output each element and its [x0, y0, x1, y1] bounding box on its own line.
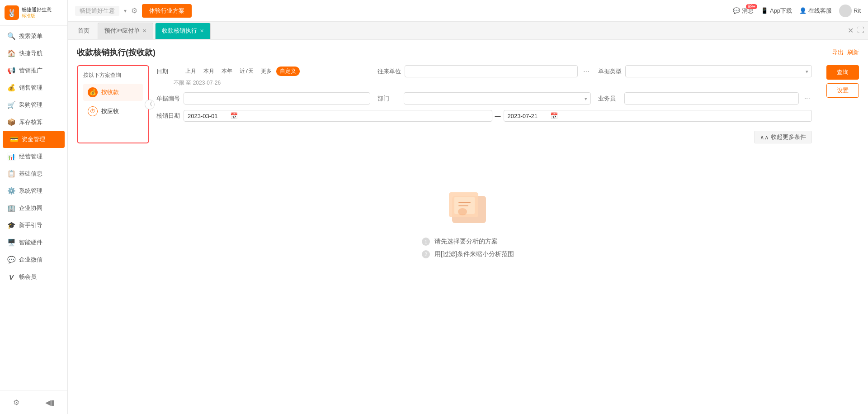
- sidebar-nav: 🔍 搜索菜单 🏠 快捷导航 📢 营销推广 💰 销售管理 🛒 采购管理 📦 库存核…: [0, 26, 67, 390]
- sidebar-item-wechat[interactable]: 💬 企业微信: [0, 251, 67, 268]
- export-btn[interactable]: 导出: [832, 48, 844, 57]
- receivable-filter-icon: ⏱: [88, 106, 98, 116]
- page-container: 收款核销执行(按收款) 导出 刷新 按以下方案查询 💰 按收款 ⏱: [68, 40, 868, 414]
- sidebar-item-coop[interactable]: 🏢 企业协同: [0, 200, 67, 217]
- sidebar-item-basic[interactable]: 📋 基础信息: [0, 165, 67, 182]
- messages-btn[interactable]: 💬 消息 99+: [733, 7, 754, 15]
- empty-hint-1: 1 请先选择要分析的方案: [422, 235, 514, 247]
- date-btn-this-month[interactable]: 本月: [201, 67, 217, 76]
- tab-home[interactable]: 首页: [71, 23, 96, 39]
- sidebar-item-quick[interactable]: 🏠 快捷导航: [0, 45, 67, 62]
- sidebar-item-label: 畅会员: [19, 273, 37, 281]
- sidebar-item-label: 快捷导航: [19, 49, 42, 57]
- tab-receipt-label: 收款核销执行: [162, 27, 197, 35]
- filter-option-receivable-label: 按应收: [101, 107, 119, 115]
- maximize-icon[interactable]: ⛶: [857, 26, 864, 35]
- sidebar-item-purchase[interactable]: 🛒 采购管理: [0, 96, 67, 114]
- system-nav-icon: ⚙️: [7, 187, 15, 195]
- date-field: 日期 上月 本月 本年 近7天 更多 自定义: [156, 67, 370, 76]
- tab-home-label: 首页: [78, 27, 90, 35]
- refresh-btn[interactable]: 刷新: [847, 48, 859, 57]
- sidebar-item-inventory[interactable]: 📦 库存核算: [0, 114, 67, 131]
- date-btn-last-month[interactable]: 上月: [183, 67, 199, 76]
- sidebar-item-search[interactable]: 🔍 搜索菜单: [0, 28, 67, 45]
- department-field: 部门: [377, 92, 591, 105]
- user-profile-btn[interactable]: Rit: [839, 5, 861, 17]
- sidebar-item-marketing[interactable]: 📢 营销推广: [0, 62, 67, 79]
- empty-state: 1 请先选择要分析的方案 2 用[过滤]条件来缩小分析范围: [77, 151, 859, 296]
- staff-ellipsis-icon[interactable]: ···: [802, 95, 812, 103]
- doc-type-select[interactable]: [625, 65, 812, 77]
- date-btn-custom[interactable]: 自定义: [276, 67, 300, 76]
- sidebar-item-business[interactable]: 📊 经营管理: [0, 148, 67, 165]
- sidebar-item-label: 企业协同: [19, 204, 42, 212]
- user-avatar: [839, 5, 852, 17]
- doc-type-label: 单据类型: [598, 67, 622, 76]
- tab-receipt-close-icon[interactable]: ✕: [200, 28, 204, 34]
- sidebar-item-label: 基础信息: [19, 170, 42, 178]
- form-row-2: 单据编号 部门: [156, 92, 812, 105]
- sales-nav-icon: 💰: [7, 84, 15, 92]
- doc-type-select-wrap: [625, 65, 812, 77]
- finance-nav-icon: 💳: [10, 135, 18, 143]
- filter-option-receipt[interactable]: 💰 按收款: [83, 84, 143, 101]
- doc-type-field: 单据类型: [598, 65, 812, 77]
- header-dropdown-btn[interactable]: ▾: [124, 8, 127, 14]
- search-nav-icon: 🔍: [7, 32, 15, 40]
- dept-select[interactable]: [404, 92, 591, 105]
- settings-bottom-btn[interactable]: ⚙: [9, 395, 23, 410]
- wechat-nav-icon: 💬: [7, 256, 15, 264]
- online-service-btn[interactable]: 👤 在线客服: [799, 7, 832, 15]
- staff-label: 业务员: [598, 95, 621, 103]
- staff-input[interactable]: [624, 92, 798, 105]
- collapse-conditions-btn[interactable]: ∧∧ 收起更多条件: [754, 131, 812, 143]
- header-settings-icon[interactable]: ⚙: [131, 6, 137, 15]
- partner-input[interactable]: [405, 65, 578, 77]
- sidebar-item-guide[interactable]: 🎓 新手引导: [0, 217, 67, 234]
- tab-receipt[interactable]: 收款核销执行 ✕: [155, 23, 211, 39]
- sidebar-item-label: 营销推广: [19, 67, 42, 75]
- close-tab-icon[interactable]: ✕: [848, 26, 854, 35]
- app-download-btn[interactable]: 📱 App下载: [761, 7, 792, 15]
- collapse-sidebar-btn[interactable]: ◀▮: [42, 395, 58, 410]
- logo-name: 畅捷通好生意: [22, 6, 52, 13]
- date-btn-this-year[interactable]: 本年: [219, 67, 235, 76]
- basic-nav-icon: 📋: [7, 170, 15, 178]
- sidebar-item-member[interactable]: V 畅会员: [0, 268, 67, 286]
- main-area: 畅捷通好生意 ▾ ⚙ 体验行业方案 💬 消息 99+ 📱 App下载 👤 在线客…: [68, 0, 868, 414]
- verify-date-range: 2023-03-01 📅 — 2023-07-21 📅: [184, 110, 812, 122]
- calendar-end-icon[interactable]: 📅: [550, 112, 558, 119]
- staff-field: 业务员 ···: [598, 92, 812, 105]
- filter-option-receivable[interactable]: ⏱ 按应收: [83, 103, 143, 120]
- top-header: 畅捷通好生意 ▾ ⚙ 体验行业方案 💬 消息 99+ 📱 App下载 👤 在线客…: [68, 0, 868, 22]
- header-left: 畅捷通好生意 ▾ ⚙ 体验行业方案: [75, 4, 192, 18]
- verify-date-start-wrap: 2023-03-01 📅: [184, 110, 492, 122]
- query-btn[interactable]: 查询: [826, 65, 859, 80]
- filter-collapse-btn[interactable]: 《: [145, 100, 155, 109]
- date-btn-7days[interactable]: 近7天: [237, 67, 256, 76]
- verify-date-end-input[interactable]: 2023-07-21: [508, 113, 548, 119]
- tab-bar-controls: ✕ ⛶: [848, 26, 864, 35]
- search-form: 日期 上月 本月 本年 近7天 更多 自定义: [156, 65, 812, 143]
- settings-btn[interactable]: 设置: [826, 83, 859, 98]
- sidebar-item-system[interactable]: ⚙️ 系统管理: [0, 182, 67, 200]
- partner-ellipsis-icon[interactable]: ···: [581, 67, 591, 76]
- empty-text: 1 请先选择要分析的方案 2 用[过滤]条件来缩小分析范围: [422, 235, 514, 260]
- purchase-nav-icon: 🛒: [7, 101, 15, 109]
- sidebar-item-label: 库存核算: [19, 118, 42, 126]
- tab-bar: 首页 预付冲应付单 ✕ 收款核销执行 ✕ ✕ ⛶: [68, 22, 868, 40]
- marketing-nav-icon: 📢: [7, 67, 15, 75]
- sidebar-item-label: 搜索菜单: [19, 32, 42, 40]
- verify-date-start-input[interactable]: 2023-03-01: [188, 113, 228, 119]
- tab-prepay[interactable]: 预付冲应付单 ✕: [98, 23, 153, 39]
- tab-prepay-close-icon[interactable]: ✕: [142, 28, 146, 34]
- sidebar-item-finance[interactable]: 💳 资金管理: [3, 131, 65, 148]
- coop-nav-icon: 🏢: [7, 204, 15, 212]
- date-btn-more[interactable]: 更多: [258, 67, 274, 76]
- sidebar-item-hardware[interactable]: 🖥️ 智能硬件: [0, 234, 67, 251]
- date-buttons-wrap: 上月 本月 本年 近7天 更多 自定义: [183, 67, 300, 76]
- calendar-start-icon[interactable]: 📅: [230, 112, 238, 119]
- doc-no-input[interactable]: [184, 92, 370, 105]
- industry-solution-btn[interactable]: 体验行业方案: [142, 4, 192, 18]
- sidebar-item-sales[interactable]: 💰 销售管理: [0, 79, 67, 96]
